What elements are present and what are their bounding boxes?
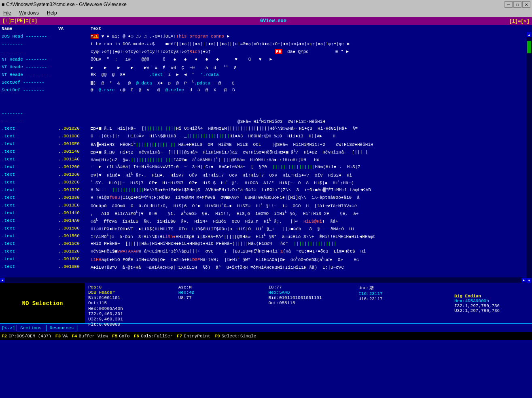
fkey-f6-label: Cols:FullScr — [141, 334, 173, 339]
scroll-left-arrow[interactable]: ◄ — [0, 278, 5, 282]
i32-be-label: I32:1,297,780,736 — [454, 303, 529, 308]
table-row: NT Heade -------- ÉK @@ @ 8♥ .text i ► ◄… — [0, 71, 532, 78]
fkey-f5[interactable]: F5 — [112, 334, 117, 339]
hex-label: Hex:4D — [178, 290, 268, 295]
scroll-right-arrow[interactable]: ► — [521, 278, 526, 282]
table-row: .text ..001080 0 ÷|Ot♪||↑ Hiī☺Â> Hi\\$@H… — [0, 132, 532, 140]
title-bar-controls: ─ □ ✕ — [504, 1, 530, 8]
fkey-f3-label: VA — [62, 334, 68, 339]
u8-label: U8:77 — [178, 295, 268, 300]
status-unc: I8:77 Hex:5A4D Bin:0101101001001101 Oct:… — [269, 285, 358, 305]
fkey-f4[interactable]: F4 — [72, 334, 77, 339]
title-bar-icon: ■ — [2, 2, 4, 7]
menu-windows[interactable]: Windows — [17, 10, 40, 16]
vertical-scrollbar[interactable]: ▲ ▼ — [526, 32, 532, 283]
main-header: [↑]=[PE]=[≡] GView.exe [1]=[✕] — [0, 17, 532, 25]
hex-view[interactable]: DOS Head -------- MZÉ ♥ ♦ &ī; @ ●☺ ♫♪ ♫ … — [0, 32, 532, 277]
status-bar: NO Selection Pos:0 DOS Header Bin:010011… — [0, 283, 532, 323]
minimize-button[interactable]: ─ — [504, 1, 513, 8]
no-selection-panel: NO Selection — [0, 283, 85, 323]
table-row: .text ..001020 ◘p●◙ §.1 Hiī|Hâ− [|||||||… — [0, 124, 532, 132]
hex5a4d: Hex:5A4D — [269, 290, 358, 295]
asc-label: Asc:M — [178, 285, 268, 290]
table-row: .text ..0010E0 êA▐●Hi●N3 HëOHiL|||||||||… — [0, 140, 532, 147]
i8-label: I8:77 — [269, 285, 358, 290]
oct16-label: Oct:055115 — [269, 301, 358, 305]
bin-label: Bin:01001101 — [88, 295, 178, 300]
flt-label: Flt:0.000000 — [88, 322, 178, 327]
fkey-f2[interactable]: F2 — [2, 334, 7, 339]
status-i16: Unc:婿 I16:23117 U16:23117 — [358, 285, 448, 305]
dos-header-label: DOS Header — [88, 290, 178, 295]
tab-resources[interactable]: Resources — [46, 325, 77, 331]
scroll-up-arrow[interactable]: ▲ — [527, 32, 532, 37]
fkey-f3[interactable]: F3 — [55, 334, 61, 339]
fkey-f7[interactable]: F7 — [177, 334, 182, 339]
fkey-f5-label: GoTo — [119, 334, 129, 339]
table-row: SectDef -------- ▓) @ * & @ @.data X● p … — [0, 78, 532, 86]
fkey-f7-label: EntryPoint — [184, 334, 210, 339]
big-endian-label: Big Endian — [454, 294, 529, 299]
table-row: .text ..0015C0 ●HïO P►ÉHâ− [|||||Hâ∞(Hi◄… — [0, 240, 532, 247]
table-row: DOS Head -------- MZÉ ♥ ♦ &ī; @ ●☺ ♫♪ ♫ … — [0, 32, 532, 40]
hex-addr: Hex:00905A4Dh — [88, 306, 178, 311]
title-bar: ■ C:\Windows\System32\cmd.exe - GView.ex… — [0, 0, 532, 9]
table-row: -------- t be run in DOS mode.♫♪$ ■eéï||… — [0, 40, 532, 48]
table-row: -------- @SHâ∞ HiJHiτHiδσ3 σW↑HiS☐∙HëδHi… — [0, 117, 532, 124]
column-headers: Name VA Text — [0, 25, 532, 32]
table-row: .text ..001440 , Aī0 HiīrAiΜOL|♥ 0↑0 §ī.… — [0, 209, 532, 217]
unc-label: Unc:婿 — [358, 285, 448, 291]
function-key-bar: F2 CP:DOS/OEM (437) F3 VA F4 Buffer View… — [0, 332, 532, 340]
scroll-handle[interactable] — [527, 41, 531, 53]
oct-label: Oct:115 — [88, 301, 178, 305]
table-row — [0, 94, 532, 101]
status-info-grid: Pos:0 DOS Header Bin:01001101 Oct:115 As… — [85, 283, 451, 323]
bottom-tabs: [<->] Sections Resources — [0, 323, 532, 332]
horizontal-scrollbar[interactable]: ◄ ► — [0, 277, 526, 283]
menu-file[interactable]: File — [2, 10, 13, 16]
fkey-f6[interactable]: F6 — [134, 334, 139, 339]
menu-bar: File Windows Help — [0, 9, 532, 17]
table-row: NT Heade -------- ► ► ► ► ►V ≡ É αθ Ç −θ… — [0, 63, 532, 71]
status-hex-addr: Hex:00905A4Dh I32:9,460,301 U32:9,460,30… — [88, 306, 178, 327]
table-row: .text ..001620 HëV$►HëL$◙VWATAVAWH â∞☺Li… — [0, 247, 532, 255]
scroll-track — [527, 37, 531, 278]
table-row: -------- — [0, 109, 532, 117]
table-row: -------- cyφ↑♪◇†||♦φ↑←◇†cyο↑♪◇†cy!!↑♫◇†c… — [0, 48, 532, 55]
tab-sections[interactable]: Sections — [17, 325, 45, 331]
title-bar-text: C:\Windows\System32\cmd.exe - GView.exe … — [6, 2, 127, 7]
maximize-button[interactable]: □ — [513, 1, 521, 8]
table-row: .text ..001320 H %:-- ||||||||||||Hë\\$p… — [0, 186, 532, 194]
i32-label: I32:9,460,301 — [88, 312, 178, 316]
table-row: .text ..001500 Hi☺HiPΩ●HcIΩH●VT ►LiD$(Hi… — [0, 224, 532, 232]
bin16-label: Bin:0101101001001101 — [269, 295, 358, 300]
table-row: .text ..0013E0 0Oσäp0 â0O∞ä O â·OtdHiī♪0… — [0, 201, 532, 209]
table-row: .text ..0014A0 ◇äL ffσvä ïīHiL$ §K. ïīHi… — [0, 217, 532, 224]
menu-help[interactable]: Help — [45, 10, 59, 16]
i16-label: I16:23117 — [358, 291, 448, 296]
status-endian: Big Endian Hex:4D5A9000h I32:1,297,780,7… — [451, 283, 532, 323]
scroll-down-arrow[interactable]: ▼ — [527, 278, 532, 283]
title-bar-left: ■ C:\Windows\System32\cmd.exe - GView.ex… — [2, 2, 127, 7]
fkey-f4-label: Buffer View — [78, 334, 108, 339]
table-row: .text ..001380 H ↑Hi@0f98u|IiQΩ●Mif4;H;… — [0, 194, 532, 201]
table-row: NT Heade -------- δθΩ# " : ī# @@θ θ ♠ ♠ … — [0, 55, 532, 63]
scroll-track-h — [5, 278, 521, 282]
fkey-f2-label: CP:DOS/OEM (437) — [8, 334, 51, 339]
u32-be-label: U32:1,297,780,736 — [454, 308, 529, 313]
fkey-f9[interactable]: F9 — [214, 334, 220, 339]
close-button[interactable]: ✕ — [522, 1, 530, 8]
table-row: .text ..0011A0 Hâ∞(Hi♪)σ2 §≅.|||||||||||… — [0, 155, 532, 163]
table-row — [0, 101, 532, 109]
header-left: [↑]=[PE]=[≡] — [2, 18, 37, 24]
col-header-va: VA — [58, 26, 91, 31]
u32-label: U32:9,460,301 — [88, 317, 178, 322]
status-asc: Asc:M Hex:4D U8:77 — [178, 285, 268, 305]
table-row: .text ..0012C0 L $Y. HiΩ||− HiS|7 OF♥ Hi… — [0, 178, 532, 186]
table-row: .text ..001680 L1HHâφt●HïO PΩÉH iīH●cAΩâ… — [0, 255, 532, 263]
table-row: .text ..001140 ◘p●◙ §.Ω0 Hi♦t2 HëVHiīHâ−… — [0, 147, 532, 155]
table-row: .text ..001260 Oᴪ|♥ HiΩé● HiL §r-. HiΩ●.… — [0, 171, 532, 178]
header-title: GView.exe — [37, 18, 509, 24]
col-header-text: Text — [91, 26, 101, 31]
pos-label: Pos:0 — [88, 285, 178, 290]
